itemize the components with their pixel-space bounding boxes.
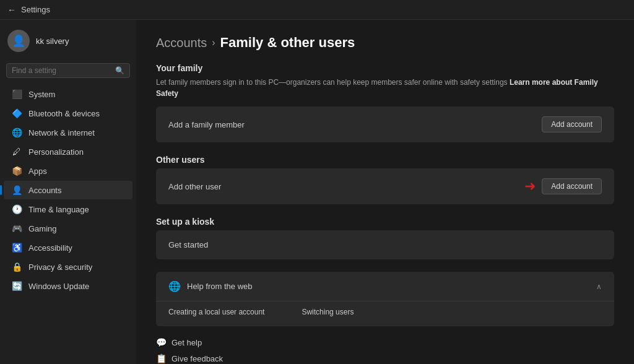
get-help-icon: 💬 <box>156 337 167 347</box>
bluetooth-icon: 🔷 <box>11 108 22 118</box>
network-icon: 🌐 <box>11 128 22 137</box>
search-box[interactable]: 🔍 <box>6 63 130 78</box>
time-icon: 🕐 <box>11 204 22 214</box>
add-other-user-button[interactable]: Add account <box>542 178 602 194</box>
back-button[interactable]: ← <box>7 5 16 15</box>
system-icon: ⬛ <box>11 89 22 99</box>
give-feedback-link[interactable]: 📋 Give feedback <box>156 353 614 363</box>
accounts-icon: 👤 <box>11 185 22 195</box>
user-profile[interactable]: 👤 kk silvery <box>0 20 136 59</box>
sidebar-item-windowsupdate[interactable]: 🔄 Windows Update <box>4 277 132 295</box>
username: kk silvery <box>36 37 69 46</box>
arrow-icon: ➜ <box>524 178 536 194</box>
title-bar: ← Settings <box>0 0 634 20</box>
sidebar-item-label: Bluetooth & devices <box>28 109 100 118</box>
chevron-up-icon: ∧ <box>596 282 602 291</box>
breadcrumb-parent[interactable]: Accounts <box>156 36 207 50</box>
search-input[interactable] <box>12 66 111 75</box>
help-section: 🌐 Help from the web ∧ Creating a local u… <box>156 272 614 326</box>
get-help-label: Get help <box>172 338 202 347</box>
breadcrumb-current: Family & other users <box>220 35 355 51</box>
avatar: 👤 <box>7 30 30 52</box>
privacy-icon: 🔒 <box>11 262 22 272</box>
title-bar-label: Settings <box>21 5 50 14</box>
card-right: ➜ Add account <box>524 178 602 194</box>
sidebar-item-label: Apps <box>28 167 47 176</box>
sidebar: 👤 kk silvery 🔍 ⬛ System 🔷 Bluetooth & de… <box>0 20 136 364</box>
your-family-title: Your family <box>156 63 614 73</box>
sidebar-item-label: Accessibility <box>28 243 72 253</box>
give-feedback-icon: 📋 <box>156 353 167 363</box>
sidebar-item-label: Accounts <box>28 186 61 195</box>
add-family-label: Add a family member <box>168 120 245 129</box>
your-family-desc: Let family members sign in to this PC—or… <box>156 77 614 99</box>
sidebar-item-accessibility[interactable]: ♿ Accessibility <box>4 238 132 257</box>
help-link-switching-users[interactable]: Switching users <box>302 308 354 316</box>
accessibility-icon: ♿ <box>11 243 22 253</box>
sidebar-item-time[interactable]: 🕐 Time & language <box>4 200 132 219</box>
sidebar-item-label: System <box>28 90 55 99</box>
sidebar-item-bluetooth[interactable]: 🔷 Bluetooth & devices <box>4 104 132 123</box>
breadcrumb-separator: › <box>212 37 215 48</box>
sidebar-item-network[interactable]: 🌐 Network & internet <box>4 123 132 142</box>
main-content: Accounts › Family & other users Your fam… <box>136 20 634 364</box>
get-help-link[interactable]: 💬 Get help <box>156 337 614 347</box>
kiosk-card: Get started <box>156 230 614 259</box>
kiosk-section: Set up a kiosk Get started <box>156 217 614 259</box>
personalization-icon: 🖊 <box>11 147 22 157</box>
help-header[interactable]: 🌐 Help from the web ∧ <box>156 272 614 301</box>
search-icon: 🔍 <box>115 66 124 75</box>
help-link-local-account[interactable]: Creating a local user account <box>168 308 264 316</box>
your-family-section: Your family Let family members sign in t… <box>156 63 614 142</box>
gaming-icon: 🎮 <box>11 223 22 233</box>
sidebar-item-label: Windows Update <box>28 282 89 291</box>
help-header-left: 🌐 Help from the web <box>168 280 253 292</box>
sidebar-item-label: Personalization <box>28 147 84 157</box>
add-other-user-label: Add other user <box>168 182 221 191</box>
windowsupdate-icon: 🔄 <box>11 281 22 291</box>
give-feedback-label: Give feedback <box>172 354 223 363</box>
kiosk-title: Set up a kiosk <box>156 217 614 227</box>
apps-icon: 📦 <box>11 166 22 176</box>
other-users-section: Other users Add other user ➜ Add account <box>156 155 614 204</box>
sidebar-item-system[interactable]: ⬛ System <box>4 85 132 103</box>
sidebar-item-personalization[interactable]: 🖊 Personalization <box>4 142 132 161</box>
footer-links: 💬 Get help 📋 Give feedback <box>156 337 614 363</box>
add-family-account-button[interactable]: Add account <box>542 116 602 132</box>
sidebar-item-gaming[interactable]: 🎮 Gaming <box>4 219 132 238</box>
breadcrumb: Accounts › Family & other users <box>156 35 614 51</box>
sidebar-item-apps[interactable]: 📦 Apps <box>4 162 132 180</box>
sidebar-nav: ⬛ System 🔷 Bluetooth & devices 🌐 Network… <box>0 84 136 296</box>
sidebar-item-label: Gaming <box>28 224 57 233</box>
sidebar-item-label: Privacy & security <box>28 262 92 272</box>
sidebar-item-label: Time & language <box>28 205 89 214</box>
sidebar-item-privacy[interactable]: 🔒 Privacy & security <box>4 258 132 276</box>
help-title: Help from the web <box>187 282 253 291</box>
globe-icon: 🌐 <box>168 280 181 292</box>
kiosk-label: Get started <box>168 240 208 249</box>
add-family-member-card: Add a family member Add account <box>156 106 614 142</box>
add-other-user-card: Add other user ➜ Add account <box>156 168 614 204</box>
sidebar-item-label: Network & internet <box>28 128 95 137</box>
help-links: Creating a local user account Switching … <box>156 301 614 326</box>
other-users-title: Other users <box>156 155 614 165</box>
sidebar-item-accounts[interactable]: 👤 Accounts <box>4 181 132 199</box>
